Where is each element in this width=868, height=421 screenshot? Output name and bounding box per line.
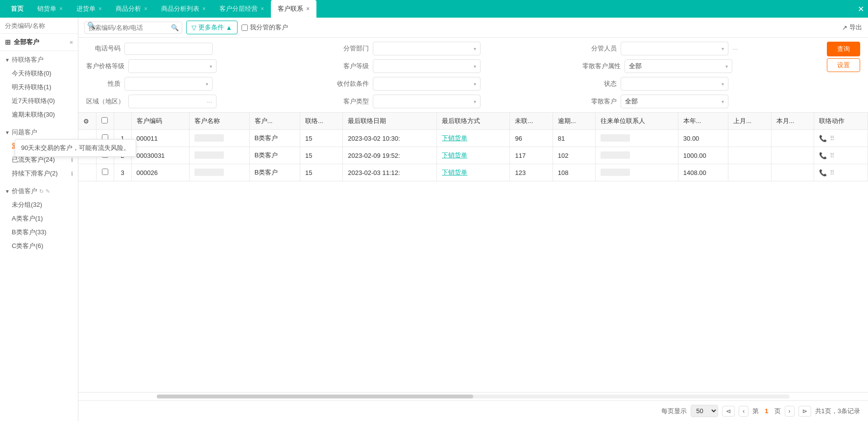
status-select[interactable]: ▾ [621, 77, 728, 91]
col-header-this-month[interactable]: 本月... [771, 113, 814, 130]
more-options-icon[interactable]: ··· [732, 45, 738, 52]
tab-product-analysis[interactable]: 商品分析 × [109, 0, 154, 18]
region-more-icon[interactable]: ··· [207, 98, 212, 105]
close-icon[interactable]: × [261, 5, 264, 12]
query-button[interactable]: 查询 [827, 42, 860, 56]
region-select[interactable]: ··· [128, 95, 217, 108]
row-last-contact-date: 2023-02-03 11:12: [343, 164, 437, 181]
close-icon[interactable]: × [144, 5, 147, 12]
sidebar-item-class-b[interactable]: B类客户(33) [0, 225, 78, 239]
collapse-icon[interactable]: « [70, 39, 73, 46]
sidebar-item-ungrouped[interactable]: 未分组(32) [0, 198, 78, 212]
phone-action-icon[interactable]: 📞 [819, 135, 827, 142]
payment-label: 收付款条件 [335, 79, 369, 88]
edit-icon[interactable]: ✎ [46, 188, 50, 195]
row-last-contact-method[interactable]: 下销货单 [437, 130, 510, 147]
phone-input[interactable] [124, 43, 213, 55]
close-icon[interactable]: × [202, 5, 206, 12]
select-all-checkbox[interactable] [101, 117, 108, 124]
row-select-checkbox[interactable] [102, 169, 108, 175]
close-icon[interactable]: × [59, 5, 63, 12]
filter-group-cust-type: 客户类型 ▾ [335, 95, 579, 108]
filter-settings-button[interactable]: 设置 [827, 58, 860, 72]
col-header-contact[interactable]: 联络... [300, 113, 343, 130]
toolbar-search-input[interactable] [89, 24, 171, 31]
more-action-icon[interactable]: ⠿ [830, 135, 835, 142]
export-button[interactable]: ↗ 导出 [842, 23, 862, 32]
tab-product-list[interactable]: 商品分析列表 × [154, 0, 213, 18]
tab-customer-tier[interactable]: 客户分层经营 × [213, 0, 271, 18]
row-liaison [595, 130, 678, 147]
tab-customer-contact[interactable]: 客户联系 × [271, 0, 316, 18]
row-type: B类客户 [249, 147, 300, 164]
row-last-contact-method[interactable]: 下销货单 [437, 164, 510, 181]
close-icon[interactable]: × [98, 5, 102, 12]
col-header-no-contact[interactable]: 未联... [510, 113, 553, 130]
scrollbar-thumb[interactable] [157, 395, 473, 398]
customer-tier-select[interactable]: ▾ [373, 59, 481, 73]
retail-cust-select[interactable]: 全部 ▾ [621, 95, 728, 108]
first-page-button[interactable]: ⊲ [722, 406, 735, 417]
last-page-button[interactable]: ⊳ [798, 406, 811, 417]
sidebar-group-pending-header[interactable]: ▼ 待联络客户 [0, 53, 78, 67]
phone-action-icon[interactable]: 📞 [819, 169, 827, 176]
sidebar-item-tomorrow[interactable]: 明天待联络(1) [0, 80, 78, 94]
toolbar-search-button[interactable]: 🔍 [171, 24, 179, 31]
sidebar-item-today[interactable]: 今天待联络(0) [0, 67, 78, 80]
sidebar-item-7days[interactable]: 近7天待联络(0) [0, 94, 78, 108]
payment-select[interactable]: ▾ [373, 77, 481, 91]
sidebar-search-input[interactable] [5, 22, 87, 29]
col-header-checkbox[interactable] [96, 113, 114, 130]
sidebar-group-problem-header[interactable]: ▼ 问题客户 [0, 125, 78, 139]
tab-purchase[interactable]: 进货单 × [70, 0, 109, 18]
nature-select[interactable]: ▾ [124, 77, 213, 91]
action-icon-group: 📞 ⠿ [819, 169, 863, 176]
col-header-last-month[interactable]: 上月... [728, 113, 771, 130]
col-header-last-contact-date[interactable]: 最后联络日期 [343, 113, 437, 130]
filter-button[interactable]: ▽ 更多条件 ▲ [186, 21, 238, 34]
col-header-type[interactable]: 客户... [249, 113, 300, 130]
phone-action-icon[interactable]: 📞 [819, 152, 827, 159]
dept-select[interactable]: ▾ [373, 42, 481, 55]
sidebar-item-declining[interactable]: 持续下滑客户(2) ℹ [0, 167, 78, 180]
person-select[interactable]: ▾ [621, 42, 728, 55]
close-window-button[interactable]: ✕ [858, 4, 864, 14]
col-header-code[interactable]: 客户编码 [131, 113, 190, 130]
col-header-liaison[interactable]: 往来单位联系人 [595, 113, 678, 130]
more-action-icon[interactable]: ⠿ [830, 169, 835, 176]
price-tier-select[interactable]: ▾ [128, 59, 217, 73]
sidebar-group-value-header[interactable]: ▼ 价值客户 ↻ ✎ [0, 184, 78, 198]
col-header-settings[interactable]: ⚙ [78, 113, 96, 130]
tab-sales[interactable]: 销货单 × [30, 0, 70, 18]
next-page-button[interactable]: › [785, 406, 795, 417]
my-customers-checkbox-label[interactable]: 我分管的客户 [241, 23, 288, 32]
col-header-last-contact-method[interactable]: 最后联络方式 [437, 113, 510, 130]
row-action: 📞 ⠿ [814, 147, 868, 164]
sidebar-item-overdue-contact[interactable]: 逾期未联络(30) [0, 108, 78, 122]
retail-attr-select[interactable]: 全部 ▾ [625, 59, 732, 73]
horizontal-scrollbar[interactable] [78, 392, 868, 400]
scrollbar-track[interactable] [157, 395, 790, 398]
prev-page-button[interactable]: ‹ [739, 406, 748, 417]
tab-home[interactable]: 首页 [4, 0, 30, 18]
refresh-icon[interactable]: ↻ [39, 188, 44, 195]
page-size-select[interactable]: 50 10 20 100 [691, 405, 718, 417]
my-customers-checkbox[interactable] [241, 25, 248, 31]
nature-label: 性质 [86, 79, 121, 88]
row-last-contact-method[interactable]: 下销货单 [437, 147, 510, 164]
action-icon-group: 📞 ⠿ [819, 152, 863, 159]
col-header-name[interactable]: 客户名称 [190, 113, 249, 130]
row-settings[interactable] [78, 164, 96, 181]
sidebar-all-customers[interactable]: ⊞ 全部客户 « [0, 34, 78, 51]
close-icon[interactable]: × [306, 5, 310, 12]
sidebar-item-class-a[interactable]: A类客户(1) [0, 212, 78, 225]
col-header-this-year[interactable]: 本年... [678, 113, 728, 130]
person-label: 分管人员 [582, 44, 617, 53]
col-header-action[interactable]: 联络动作 [814, 113, 868, 130]
more-action-icon[interactable]: ⠿ [830, 152, 835, 159]
col-header-overdue[interactable]: 逾期... [553, 113, 595, 130]
sidebar-item-class-c[interactable]: C类客户(6) [0, 239, 78, 253]
filter-group-status: 状态 ▾ [582, 77, 827, 91]
cust-type-select[interactable]: ▾ [373, 95, 481, 108]
row-checkbox[interactable] [96, 164, 114, 181]
